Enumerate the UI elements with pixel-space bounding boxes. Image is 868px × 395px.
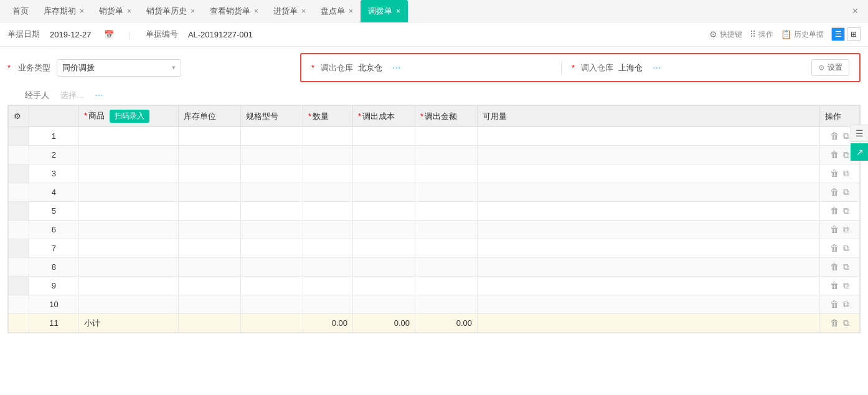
row-product-cell[interactable] [78, 183, 178, 202]
delete-icon[interactable]: 🗑 [830, 318, 839, 328]
copy-icon[interactable]: ⧉ [843, 243, 849, 253]
delete-icon[interactable]: 🗑 [830, 131, 839, 141]
row-product-cell[interactable] [78, 164, 178, 183]
tab-purchase-close[interactable]: × [301, 7, 306, 16]
tab-sales-history-close[interactable]: × [191, 7, 195, 16]
copy-icon[interactable]: ⧉ [843, 150, 849, 159]
handler-more[interactable]: ··· [95, 90, 103, 101]
col-product-label: 商品 [88, 111, 105, 120]
row-amount-cell [415, 146, 477, 164]
row-unit-cell [178, 146, 240, 164]
tab-purchase[interactable]: 进货单 × [266, 0, 313, 22]
settings-label: 设置 [828, 62, 842, 73]
tab-view-sales-close[interactable]: × [254, 7, 258, 16]
subtotal-qty-cell: 0.00 [303, 314, 352, 333]
copy-icon[interactable]: ⧉ [843, 280, 849, 290]
copy-icon[interactable]: ⧉ [843, 262, 849, 272]
delete-icon[interactable]: 🗑 [830, 206, 839, 216]
delete-icon[interactable]: 🗑 [830, 280, 839, 290]
tab-sales-history[interactable]: 销货单历史 × [139, 0, 202, 22]
in-warehouse-label: 调入仓库 [581, 62, 613, 74]
table-row: 7 🗑 ⧉ [9, 239, 860, 258]
float-export-icon: ↗ [856, 147, 864, 157]
row-cost-cell [352, 239, 415, 258]
copy-icon[interactable]: ⧉ [843, 187, 849, 197]
tab-sales-order[interactable]: 销货单 × [92, 0, 139, 22]
row-product-cell[interactable] [78, 277, 178, 295]
tab-sales-history-label: 销货单历史 [146, 6, 187, 17]
calendar-icon[interactable]: 📅 [104, 30, 114, 39]
window-close-button[interactable]: × [847, 6, 863, 17]
delete-icon[interactable]: 🗑 [830, 224, 839, 234]
row-cost-cell [352, 277, 415, 295]
row-product-cell[interactable] [78, 146, 178, 164]
delete-icon[interactable]: 🗑 [830, 243, 839, 253]
row-qty-cell [303, 258, 352, 277]
row-product-cell[interactable] [78, 239, 178, 258]
delete-icon[interactable]: 🗑 [830, 150, 839, 159]
row-ops-cell: 🗑 ⧉ [819, 221, 859, 239]
row-gear-cell [9, 146, 29, 164]
subtotal-spec-cell [240, 314, 303, 333]
copy-icon[interactable]: ⧉ [843, 168, 849, 178]
float-export-btn[interactable]: ↗ [851, 143, 868, 161]
row-product-cell[interactable] [78, 221, 178, 239]
row-available-cell [477, 146, 819, 164]
business-type-select[interactable]: 同价调拨 ▾ [57, 59, 181, 77]
row-unit-cell [178, 295, 240, 314]
tab-stocktake[interactable]: 盘点单 × [313, 0, 361, 22]
table-container: ⚙ *商品 扫码录入 库存单位 规格型号 *数量 [7, 105, 861, 333]
date-label: 单据日期 [7, 29, 40, 40]
tab-inventory-init[interactable]: 库存期初 × [36, 0, 92, 22]
tab-inventory-init-close[interactable]: × [80, 7, 84, 16]
copy-icon[interactable]: ⧉ [843, 206, 849, 216]
row-product-cell[interactable] [78, 258, 178, 277]
history-action[interactable]: 📋 历史单据 [781, 29, 824, 40]
table-row: 8 🗑 ⧉ [9, 258, 860, 277]
delete-icon[interactable]: 🗑 [830, 299, 839, 309]
copy-icon[interactable]: ⧉ [843, 224, 849, 234]
row-amount-cell [415, 295, 477, 314]
tab-home[interactable]: 首页 [5, 0, 36, 22]
shortcut-action[interactable]: ⚙ 快捷键 [709, 29, 742, 40]
col-gear-header[interactable]: ⚙ [9, 106, 29, 127]
row-num-cell: 7 [29, 239, 78, 258]
copy-icon[interactable]: ⧉ [843, 318, 849, 328]
row-cost-cell [352, 183, 415, 202]
row-unit-cell [178, 127, 240, 146]
settings-button[interactable]: ⚙ 设置 [811, 59, 849, 76]
copy-icon[interactable]: ⧉ [843, 131, 849, 141]
handler-placeholder[interactable]: 选择... [60, 90, 83, 101]
scan-button[interactable]: 扫码录入 [110, 110, 149, 123]
tab-view-sales[interactable]: 查看销货单 × [202, 0, 266, 22]
list-view-btn[interactable]: ☰ [831, 27, 845, 41]
tab-transfer-close[interactable]: × [396, 7, 400, 16]
row-gear-cell [9, 277, 29, 295]
row-product-cell[interactable] [78, 202, 178, 221]
out-warehouse-more[interactable]: ··· [392, 62, 400, 74]
in-warehouse-more[interactable]: ··· [653, 62, 661, 74]
row-ops-cell: 🗑 ⧉ [819, 295, 859, 314]
operation-action[interactable]: ⠿ 操作 [750, 29, 773, 40]
tab-transfer[interactable]: 调拨单 × [361, 0, 408, 22]
list-view-icon: ☰ [835, 30, 842, 39]
row-spec-cell [240, 277, 303, 295]
col-qty-header: *数量 [303, 106, 352, 127]
delete-icon[interactable]: 🗑 [830, 187, 839, 197]
copy-icon[interactable]: ⧉ [843, 299, 849, 309]
row-spec-cell [240, 258, 303, 277]
tab-stocktake-close[interactable]: × [349, 7, 353, 16]
tab-transfer-label: 调拨单 [368, 6, 392, 17]
float-list-btn[interactable]: ☰ [851, 125, 868, 142]
grid-view-btn[interactable]: ⊞ [847, 27, 861, 41]
col-product-header: *商品 扫码录入 [78, 106, 178, 127]
in-warehouse-required: * [572, 63, 575, 72]
delete-icon[interactable]: 🗑 [830, 262, 839, 272]
delete-icon[interactable]: 🗑 [830, 168, 839, 178]
row-product-cell[interactable] [78, 295, 178, 314]
row-unit-cell [178, 221, 240, 239]
table-row: 11 小计 0.00 0.00 0.00 🗑 ⧉ [9, 314, 860, 333]
row-product-cell[interactable] [78, 127, 178, 146]
row-amount-cell [415, 202, 477, 221]
tab-sales-order-close[interactable]: × [127, 7, 131, 16]
